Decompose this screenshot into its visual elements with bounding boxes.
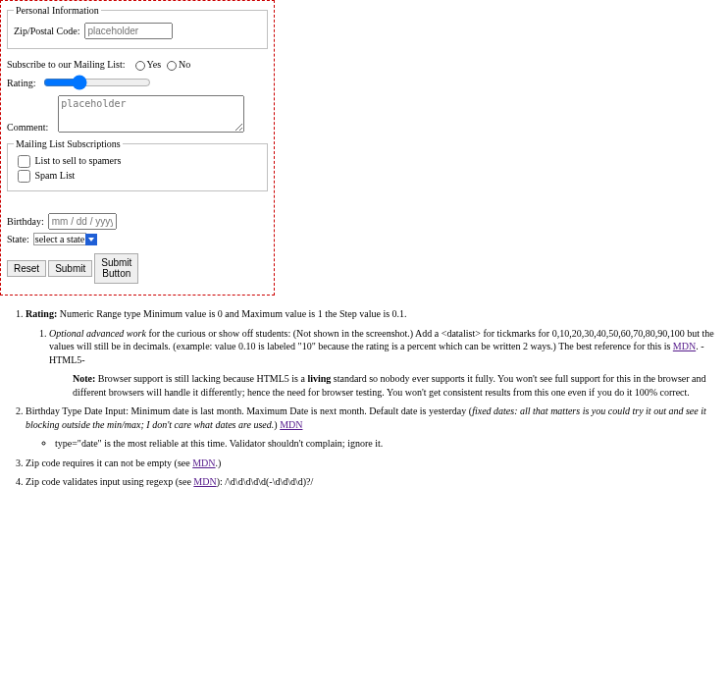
subscribe-yes-radio[interactable] [135, 61, 145, 71]
item2-sublist: type="date" is the most reliable at this… [26, 437, 728, 451]
mdn-link[interactable]: MDN [673, 341, 696, 351]
birthday-input[interactable] [48, 213, 117, 230]
sublist-1: Optional advanced work for the curious o… [26, 327, 728, 400]
birthday-row: Birthday: [7, 213, 268, 230]
note-prefix: Note: [73, 373, 95, 384]
subscribe-no-label: No [179, 59, 190, 70]
list-item: Birthday Type Date Input: Minimum date i… [26, 404, 728, 451]
comment-label: Comment: [7, 122, 48, 133]
rating-row: Rating: [7, 73, 268, 92]
zip-label: Zip/Postal Code: [14, 26, 80, 36]
mailing-item-2: Spam List [14, 170, 261, 183]
submit-button-alt[interactable]: Submit Button [94, 253, 138, 284]
note-body: Browser support is still lacking because… [95, 373, 307, 384]
rating-slider[interactable] [43, 75, 151, 90]
comment-row: Comment: [7, 95, 268, 133]
list-item: Optional advanced work for the curious o… [49, 327, 728, 400]
item2-body: Birthday Type Date Input: Minimum date i… [26, 405, 472, 416]
mailing-checkbox-2[interactable] [18, 170, 30, 183]
subscribe-label: Subscribe to our Mailing List: [7, 59, 126, 70]
subscribe-no-radio[interactable] [167, 61, 177, 71]
instructions-list: Rating: Numeric Range type Minimum value… [0, 307, 728, 489]
item1-title: Rating: [26, 308, 57, 319]
item1-sub-prefix: Optional advanced work [49, 328, 146, 339]
reset-button[interactable] [7, 260, 46, 277]
mailing-legend: Mailing List Subscriptions [14, 138, 123, 149]
rating-label: Rating: [7, 78, 35, 88]
submit-button[interactable] [48, 260, 92, 277]
birthday-label: Birthday: [7, 216, 44, 227]
mailing-item-1-label: List to sell to spamers [35, 155, 122, 166]
state-select-value: select a state [35, 234, 85, 244]
state-label: State: [7, 234, 29, 244]
personal-info-fieldset: Personal Information Zip/Postal Code: [7, 5, 268, 49]
mailing-item-2-label: Spam List [35, 170, 76, 181]
item4-tail: ): /\d\d\d\d\d(-\d\d\d\d)?/ [217, 476, 314, 487]
mdn-link[interactable]: MDN [193, 476, 216, 487]
mdn-link[interactable]: MDN [280, 419, 302, 430]
mailing-fieldset: Mailing List Subscriptions List to sell … [7, 138, 268, 191]
mdn-link[interactable]: MDN [192, 458, 215, 468]
mailing-item-1: List to sell to spamers [14, 155, 261, 168]
subscribe-row: Subscribe to our Mailing List: Yes No [7, 59, 268, 70]
list-item: Zip code requires it can not be empty (s… [26, 457, 728, 470]
list-item: Rating: Numeric Range type Minimum value… [26, 307, 728, 399]
item3-body: Zip code requires it can not be empty (s… [26, 458, 192, 468]
note-living: living [307, 373, 331, 384]
list-item: type="date" is the most reliable at this… [55, 437, 728, 451]
chevron-down-icon[interactable] [85, 234, 97, 245]
mailing-checkbox-1[interactable] [18, 155, 30, 168]
zip-input[interactable] [84, 23, 173, 39]
note-block: Note: Browser support is still lacking b… [73, 372, 728, 399]
list-item: Zip code validates input using regexp (s… [26, 475, 728, 489]
personal-info-legend: Personal Information [14, 5, 101, 16]
state-row: State: select a state [7, 233, 268, 245]
item3-tail: .) [216, 458, 222, 468]
item1-sub-body: for the curious or show off students: (N… [49, 328, 714, 352]
form-container: Personal Information Zip/Postal Code: Su… [0, 0, 275, 296]
state-select[interactable]: select a state [33, 233, 87, 245]
item4-body: Zip code validates input using regexp (s… [26, 476, 193, 487]
subscribe-yes-label: Yes [147, 59, 162, 70]
button-row: Submit Button [7, 253, 268, 284]
item1-body: Numeric Range type Minimum value is 0 an… [57, 308, 406, 319]
comment-textarea[interactable] [58, 95, 244, 133]
